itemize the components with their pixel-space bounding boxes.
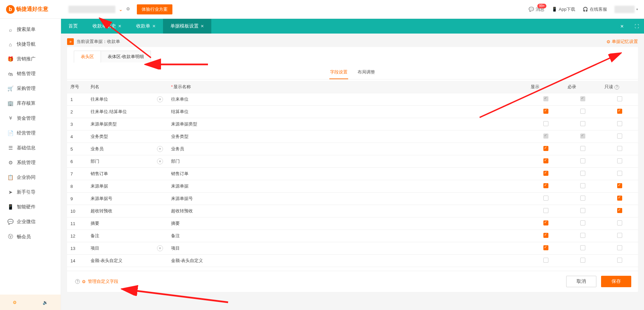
memory-setting-link[interactable]: ⚙ 单据记忆设置 [606,39,638,45]
checkbox[interactable] [543,258,548,263]
close-icon[interactable]: ✕ [118,24,121,29]
checkbox[interactable] [580,109,585,114]
page-tab-1[interactable]: 收款单历史✕ [85,19,129,34]
checkbox[interactable] [617,233,622,238]
cell-display[interactable]: 往来单位 [168,93,527,106]
sidebar-item-7[interactable]: 📄经营管理 [0,126,61,141]
table-scroll[interactable]: 序号 列名 *显示名称 显示 必录 只读? 1往来单位+往来单位2往来单位.结算… [67,81,638,269]
checkbox[interactable] [617,158,622,163]
cell-display[interactable]: 备注 [168,230,527,242]
cell-display[interactable]: 金额-表头自定义 [168,255,527,267]
cell-display[interactable]: 超收转预收 [168,205,527,217]
cell-display[interactable]: 业务员 [168,143,527,155]
sidebar-item-0[interactable]: ⌕搜索菜单 [0,22,61,37]
cell-display[interactable]: 来源单据号 [168,193,527,205]
checkbox[interactable] [617,258,622,263]
checkbox[interactable] [617,96,622,101]
checkbox[interactable] [580,220,585,225]
checkbox[interactable] [580,146,585,151]
sub-tab-field[interactable]: 字段设置 [329,67,348,79]
checkbox[interactable] [580,208,585,213]
checkbox[interactable] [580,183,585,188]
sidebar-item-5[interactable]: 🏢库存核算 [0,96,61,111]
cell-display[interactable]: 来源单据类型 [168,118,527,131]
sound-icon[interactable]: 🔉 [43,300,48,305]
add-icon[interactable]: + [157,245,163,251]
sidebar-item-4[interactable]: 🛒采购管理 [0,81,61,96]
checkbox[interactable] [543,220,548,225]
checkbox[interactable] [543,121,548,126]
experience-button[interactable]: 体验行业方案 [137,4,172,14]
area-tab-header[interactable]: 表头区 [74,51,101,63]
expand-handle-icon[interactable]: » [67,38,74,45]
sidebar-item-8[interactable]: ☰基础信息 [0,141,61,155]
user-menu[interactable]: ▾ [614,6,638,13]
cell-display[interactable]: 业务类型 [168,131,527,143]
fullscreen-toggle[interactable]: ⛶ [629,24,644,29]
close-all-tabs[interactable]: ✕ [614,24,629,29]
checkbox[interactable] [617,171,622,176]
checkbox[interactable] [580,245,585,250]
sidebar-item-1[interactable]: ⌂快捷导航 [0,37,61,52]
checkbox[interactable] [543,196,548,201]
checkbox[interactable] [580,258,585,263]
page-tab-2[interactable]: 收款单✕ [129,19,163,34]
sidebar-item-2[interactable]: 🎁营销推广 [0,52,61,66]
checkbox[interactable] [543,183,548,188]
sidebar-item-14[interactable]: Ⓥ畅会员 [0,229,61,244]
checkbox[interactable] [543,245,548,250]
checkbox[interactable] [543,233,548,238]
online-service-link[interactable]: 🎧 在线客服 [583,6,607,12]
settings-icon[interactable]: ⚙ [13,300,17,305]
cell-display[interactable]: 提成1 [168,267,527,269]
area-tab-body[interactable]: 表体区-收款单明细 [101,51,151,62]
checkbox[interactable] [580,121,585,126]
sidebar-item-3[interactable]: 🛍销售管理 [0,66,61,81]
checkbox[interactable] [543,171,548,176]
checkbox[interactable] [580,158,585,163]
sub-tab-layout[interactable]: 布局调整 [357,67,376,79]
checkbox[interactable] [543,208,548,213]
checkbox[interactable] [543,109,548,114]
cell-display[interactable]: 来源单据 [168,180,527,193]
cell-display[interactable]: 销售订单 [168,168,527,180]
page-tab-3[interactable]: 单据模板设置✕ [163,19,211,34]
checkbox[interactable] [543,146,548,151]
checkbox[interactable] [617,245,622,250]
cell-display[interactable]: 部门 [168,155,527,168]
sidebar-item-10[interactable]: 📋企业协同 [0,170,61,185]
sidebar-item-11[interactable]: ➤新手引导 [0,185,61,200]
cancel-button[interactable]: 取消 [566,276,596,287]
cell-display[interactable]: 结算单位 [168,106,527,118]
save-button[interactable]: 保存 [601,276,631,287]
checkbox[interactable] [580,171,585,176]
checkbox[interactable] [617,220,622,225]
checkbox[interactable] [617,183,622,188]
manage-custom-fields[interactable]: ? ⚙ 管理自定义字段 [74,278,118,285]
sidebar-item-13[interactable]: 💬企业微信 [0,214,61,229]
page-tab-0[interactable]: 首页 [61,19,85,34]
sidebar-item-6[interactable]: ￥资金管理 [0,111,61,126]
checkbox[interactable] [580,196,585,201]
checkbox[interactable] [580,233,585,238]
checkbox[interactable] [543,158,548,163]
checkbox[interactable] [617,109,622,114]
gear-icon[interactable]: ⚙ [126,6,132,12]
help-icon[interactable]: ? [614,85,619,90]
tenant-selector[interactable]: ⌄ ⚙ [68,6,132,13]
add-icon[interactable]: + [157,158,163,164]
checkbox[interactable] [617,196,622,201]
checkbox[interactable] [617,208,622,213]
sidebar-item-12[interactable]: 📱智能硬件 [0,200,61,214]
checkbox[interactable] [617,146,622,151]
close-icon[interactable]: ✕ [201,24,204,29]
add-icon[interactable]: + [157,146,163,152]
messages-link[interactable]: 💬 消息 99+ [529,6,544,12]
app-download-link[interactable]: 📱 App下载 [552,6,575,12]
cell-display[interactable]: 摘要 [168,217,527,230]
checkbox[interactable] [617,121,622,126]
close-icon[interactable]: ✕ [152,24,156,29]
add-icon[interactable]: + [157,96,163,102]
sidebar-item-9[interactable]: ⚙系统管理 [0,155,61,170]
cell-display[interactable]: 项目 [168,242,527,255]
